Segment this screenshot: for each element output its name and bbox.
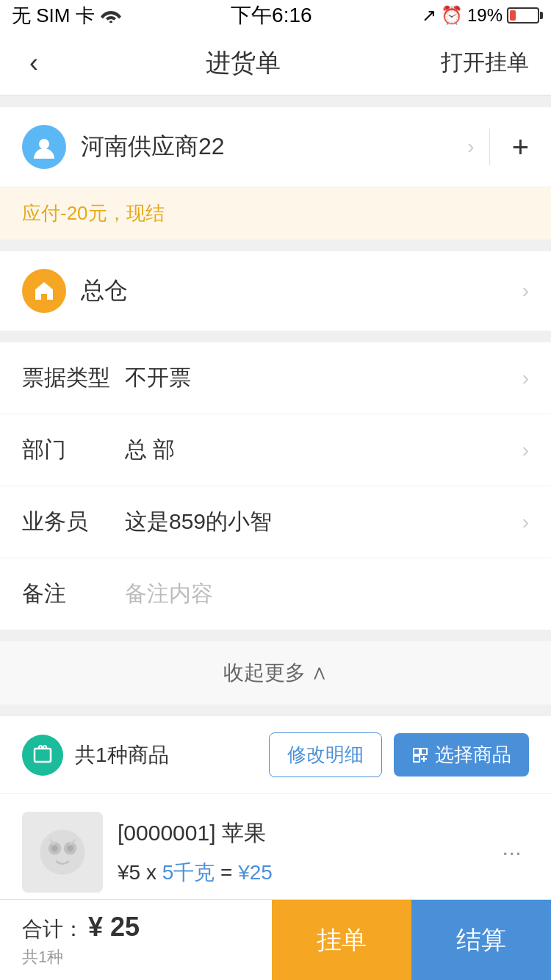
open-hang-button[interactable]: 打开挂单: [441, 48, 529, 78]
warehouse-section: 总仓 ›: [0, 251, 551, 331]
wifi-icon: [101, 8, 121, 23]
supplier-section: 河南供应商22 › + 应付-20元，现结: [0, 107, 551, 239]
product-name: [0000001] 苹果: [118, 818, 494, 849]
status-bar: 无 SIM 卡 下午6:16 ↗ ⏰ 19%: [0, 0, 551, 31]
collapse-button[interactable]: 收起更多 ∧: [0, 641, 551, 705]
alarm-icon: ⏰: [441, 5, 463, 26]
back-button[interactable]: ‹: [22, 40, 46, 86]
remark-input[interactable]: 备注内容: [110, 579, 529, 609]
remark-row[interactable]: 备注 备注内容: [0, 558, 551, 630]
hang-button[interactable]: 挂单: [272, 900, 411, 981]
total-label: 合计： ¥ 25: [22, 912, 250, 943]
page-title: 进货单: [206, 46, 281, 80]
divider: [489, 129, 490, 165]
svg-point-9: [51, 845, 58, 851]
total-amount: ¥ 25: [88, 912, 140, 943]
svg-rect-3: [414, 749, 419, 754]
home-icon: [32, 279, 56, 303]
invoice-value: 不开票: [110, 363, 522, 393]
nav-bar: ‹ 进货单 打开挂单: [0, 31, 551, 96]
invoice-label: 票据类型: [22, 363, 110, 393]
select-product-button[interactable]: 选择商品: [394, 733, 529, 777]
owl-logo-icon: [37, 826, 88, 878]
dept-chevron-icon: ›: [522, 439, 529, 462]
invoice-chevron-icon: ›: [522, 367, 529, 390]
location-icon: ↗: [422, 5, 436, 26]
svg-point-6: [40, 829, 84, 874]
product-count: 共1种商品: [75, 741, 269, 769]
supplier-chevron-icon: ›: [467, 135, 474, 159]
svg-rect-5: [414, 756, 419, 762]
svg-point-1: [39, 139, 49, 149]
dept-row[interactable]: 部门 总 部 ›: [0, 414, 551, 486]
product-more-button[interactable]: ···: [494, 832, 529, 873]
salesman-value: 这是859的小智: [110, 507, 522, 537]
svg-point-0: [109, 21, 112, 23]
salesman-chevron-icon: ›: [522, 511, 529, 534]
svg-rect-2: [35, 749, 51, 762]
warehouse-row[interactable]: 总仓 ›: [0, 251, 551, 331]
svg-point-10: [67, 845, 73, 851]
svg-rect-4: [421, 749, 427, 754]
product-price: ¥5 x 5千克 = ¥25: [118, 859, 494, 887]
dept-label: 部门: [22, 435, 110, 465]
supplier-row[interactable]: 河南供应商22 › +: [0, 107, 551, 187]
checkout-button[interactable]: 结算: [411, 900, 551, 981]
select-product-icon: [411, 746, 429, 764]
product-count-icon: [22, 735, 63, 776]
battery-icon: [507, 7, 539, 24]
remark-label: 备注: [22, 579, 110, 609]
warehouse-chevron-icon: ›: [522, 279, 529, 303]
status-carrier: 无 SIM 卡: [12, 3, 121, 29]
total-section: 合计： ¥ 25 共1种: [0, 912, 272, 968]
supplier-name: 河南供应商22: [81, 131, 467, 163]
warehouse-icon: [22, 269, 66, 313]
products-header: 共1种商品 修改明细 选择商品: [0, 716, 551, 794]
products-section: 共1种商品 修改明细 选择商品: [0, 716, 551, 911]
salesman-row[interactable]: 业务员 这是859的小智 ›: [0, 486, 551, 558]
status-right: ↗ ⏰ 19%: [422, 5, 539, 26]
product-info: [0000001] 苹果 ¥5 x 5千克 = ¥25: [118, 818, 494, 887]
total-count: 共1种: [22, 946, 250, 968]
battery-percent: 19%: [467, 5, 503, 26]
bottom-bar: 合计： ¥ 25 共1种 挂单 结算: [0, 899, 551, 980]
supplier-notice: 应付-20元，现结: [0, 187, 551, 239]
cart-icon: [32, 744, 54, 766]
content: 河南供应商22 › + 应付-20元，现结 总仓 › 票据类型 不开票 › 部门…: [0, 107, 551, 980]
edit-detail-button[interactable]: 修改明细: [269, 732, 382, 777]
product-item: [0000001] 苹果 ¥5 x 5千克 = ¥25 ···: [0, 794, 551, 911]
product-thumbnail: [22, 812, 103, 893]
invoice-row[interactable]: 票据类型 不开票 ›: [0, 342, 551, 414]
add-supplier-button[interactable]: +: [512, 131, 529, 164]
warehouse-name: 总仓: [81, 275, 522, 307]
form-section: 票据类型 不开票 › 部门 总 部 › 业务员 这是859的小智 › 备注 备注…: [0, 342, 551, 630]
supplier-avatar: [22, 125, 66, 169]
person-icon: [31, 134, 57, 160]
dept-value: 总 部: [110, 435, 522, 465]
status-time: 下午6:16: [231, 1, 312, 29]
salesman-label: 业务员: [22, 507, 110, 537]
